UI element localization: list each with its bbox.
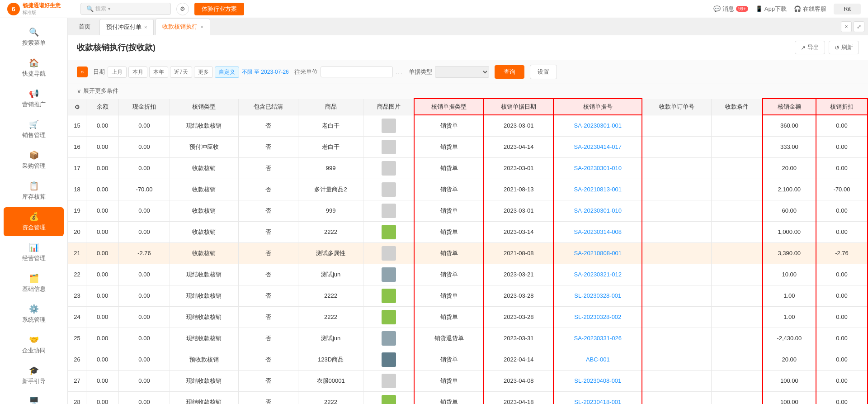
sidebar-item-management[interactable]: 📊 经营管理 (4, 238, 64, 267)
setting-button[interactable]: 设置 (530, 65, 557, 79)
this-month-btn[interactable]: 本月 (128, 67, 147, 78)
cell-conditions (712, 115, 763, 136)
bill-no-link[interactable]: SA-20230314-008 (574, 228, 622, 235)
table-row: 25 0.00 0.00 现结收款核销 否 测试jun 销货退货单 2023-0… (68, 328, 868, 349)
cell-order-no (642, 200, 711, 221)
filter-expand-button[interactable]: » (77, 67, 88, 77)
tab-prepayment[interactable]: 预付冲应付单 × (99, 19, 154, 35)
trial-button[interactable]: 体验行业方案 (194, 3, 244, 15)
bill-no-link[interactable]: SA-20230301-001 (574, 122, 622, 129)
sidebar-item-marketing[interactable]: 📢 营销推广 (4, 84, 64, 113)
bill-no-link[interactable]: SA-20230301-010 (574, 165, 622, 171)
sidebar-item-system[interactable]: ⚙️ 系统管理 (4, 299, 64, 328)
cell-amount: 60.00 (763, 200, 816, 221)
tab-collection-close[interactable]: × (200, 24, 203, 29)
product-image (382, 204, 396, 218)
cell-balance: 0.00 (86, 370, 119, 391)
app-download-button[interactable]: 📱 App下载 (755, 5, 787, 13)
sidebar-item-purchase[interactable]: 📦 采购管理 (4, 146, 64, 175)
product-image (382, 246, 396, 261)
query-button[interactable]: 查询 (495, 65, 524, 79)
close-tab-btn[interactable]: × (841, 21, 852, 32)
last-month-btn[interactable]: 上月 (108, 67, 127, 78)
gear-button[interactable]: ⚙ (176, 3, 189, 15)
cell-included: 否 (239, 264, 298, 285)
cell-type: 收款核销 (170, 179, 238, 200)
cell-discount: 0.00 (816, 264, 868, 285)
bill-no-link[interactable]: SL-20230328-001 (574, 292, 621, 299)
col-header-cash-discount: 现金折扣 (119, 99, 170, 115)
sidebar-item-basic-info[interactable]: 🗂️ 基础信息 (4, 269, 64, 298)
sidebar-item-collab[interactable]: 🤝 企业协同 (4, 330, 64, 359)
bill-no-link[interactable]: SA-20210813-001 (574, 186, 622, 193)
sidebar-item-search[interactable]: 🔍 搜索菜单 (4, 23, 64, 52)
sidebar-label-finance: 资金管理 (22, 223, 46, 232)
sidebar-label-search: 搜索菜单 (22, 39, 46, 47)
bill-no-link[interactable]: SL-20230408-001 (574, 377, 621, 384)
table-container[interactable]: ⚙ 余额 现金折扣 核销类型 包含已结清 商品 商品图片 核销单据类型 核销单据… (68, 98, 868, 404)
cell-bill-type: 销货单 (414, 200, 484, 221)
bill-type-select[interactable] (435, 66, 489, 78)
cell-goods-img (363, 370, 414, 391)
more-date-btn[interactable]: 更多 (194, 67, 213, 78)
messages-button[interactable]: 💬 消息 99+ (713, 5, 748, 13)
sidebar-item-nav[interactable]: 🏠 快捷导航 (4, 53, 64, 82)
cell-bill-no: SA-20210808-001 (553, 242, 642, 264)
export-button[interactable]: ↗ 导出 (795, 41, 825, 54)
bill-no-link[interactable]: SA-20230301-010 (574, 207, 622, 214)
search-box[interactable]: 🔍 搜索 ▾ (80, 3, 171, 15)
sidebar-item-hardware[interactable]: 🖥️ 智能硬件 (4, 392, 64, 404)
cell-balance: 0.00 (86, 115, 119, 136)
cell-conditions (712, 179, 763, 200)
sidebar-item-inventory[interactable]: 📋 库存核算 (4, 176, 64, 205)
tab-prepayment-close[interactable]: × (144, 24, 147, 30)
cell-cash-discount: 0.00 (119, 349, 170, 370)
online-service-button[interactable]: 🎧 在线客服 (794, 5, 826, 13)
tab-home[interactable]: 首页 (71, 19, 98, 34)
cell-goods: 2222 (298, 285, 363, 306)
col-header-goods: 商品 (298, 99, 363, 115)
cell-included: 否 (239, 306, 298, 328)
cell-cash-discount: 0.00 (119, 136, 170, 157)
cell-balance: 0.00 (86, 221, 119, 242)
this-year-btn[interactable]: 本年 (149, 67, 168, 78)
tab-collection[interactable]: 收款核销执行 × (156, 19, 210, 35)
bill-no-link[interactable]: SA-20210808-001 (574, 250, 622, 257)
search-placeholder: 搜索 (95, 5, 106, 13)
maximize-btn[interactable]: ⤢ (854, 21, 864, 32)
bill-no-link[interactable]: SL-20230328-002 (574, 314, 621, 320)
sidebar-item-sales[interactable]: 🛒 销售管理 (4, 115, 64, 144)
custom-date-btn[interactable]: 自定义 (215, 67, 239, 78)
cell-goods: 123D商品 (298, 349, 363, 370)
bill-no-link[interactable]: SA-20230321-012 (574, 271, 622, 278)
hardware-icon: 🖥️ (29, 396, 39, 404)
cell-goods: 2222 (298, 306, 363, 328)
expand-conditions-btn[interactable]: ∨ 展开更多条件 (77, 87, 859, 95)
settings-icon[interactable]: ⚙ (75, 104, 80, 110)
cell-goods: 2222 (298, 391, 363, 404)
bill-no-link[interactable]: SA-20230331-026 (574, 335, 622, 342)
cell-goods: 测试多属性 (298, 242, 363, 264)
bill-no-link[interactable]: ABC-001 (586, 356, 610, 363)
cell-discount: 0.00 (816, 115, 868, 136)
sidebar-item-finance[interactable]: 💰 资金管理 (4, 207, 64, 236)
bill-type-label: 单据类型 (409, 68, 432, 76)
cell-order-no (642, 221, 711, 242)
from-unit-input[interactable] (321, 67, 393, 77)
user-avatar[interactable]: Rit (834, 4, 861, 14)
cell-bill-type: 销货单 (414, 136, 484, 157)
from-unit-dots: ... (396, 69, 403, 76)
cell-goods-img (363, 242, 414, 264)
refresh-button[interactable]: ↺ 刷新 (829, 41, 859, 54)
date-filter-buttons: 上月 本月 本年 近7天 更多 自定义 (108, 67, 239, 78)
logo-icon: 6 (7, 3, 20, 15)
cell-discount: 0.00 (816, 349, 868, 370)
bill-no-link[interactable]: SA-20230414-017 (574, 143, 622, 150)
table-row: 19 0.00 0.00 收款核销 否 999 销货单 2023-03-01 S… (68, 200, 868, 221)
bill-no-link[interactable]: SL-20230418-001 (574, 399, 621, 404)
guide-icon: 🎓 (29, 366, 39, 375)
cell-conditions (712, 285, 763, 306)
sidebar-item-guide[interactable]: 🎓 新手引导 (4, 361, 64, 390)
last-7days-btn[interactable]: 近7天 (170, 67, 192, 78)
cell-discount: 0.00 (816, 200, 868, 221)
